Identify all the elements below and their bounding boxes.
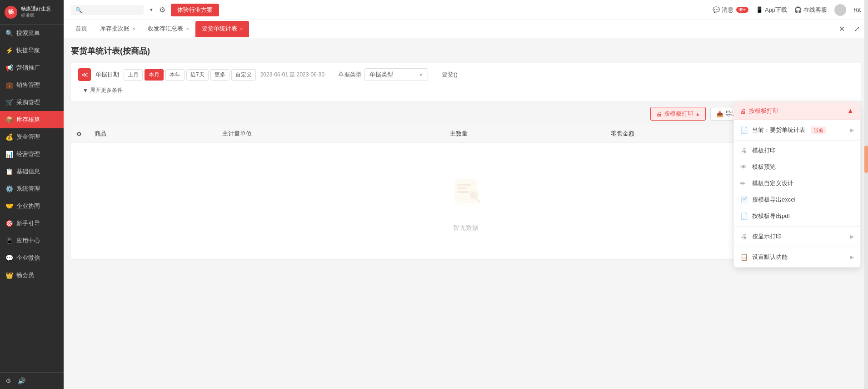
pencil-icon: ✏ xyxy=(740,180,748,187)
sidebar-guide-label: 新手引导 xyxy=(16,219,40,227)
dropdown-template-preview[interactable]: 👁 模板预览 xyxy=(734,159,860,175)
sidebar-item-basic[interactable]: 📋 基础信息 xyxy=(0,163,64,180)
sidebar-item-marketing[interactable]: 📢 营销推广 xyxy=(0,59,64,76)
date-custom-btn[interactable]: 自定义 xyxy=(231,69,256,81)
app-download-icon: 📱 xyxy=(756,6,763,13)
scrollbar-right[interactable] xyxy=(864,0,868,389)
experience-btn[interactable]: 体验行业方案 xyxy=(171,4,219,16)
sidebar-shortcut-label: 快捷导航 xyxy=(16,46,40,55)
col-settings[interactable]: ⚙ xyxy=(71,125,89,143)
operation-icon: 📊 xyxy=(5,151,13,158)
tab-home[interactable]: 首页 xyxy=(69,21,94,37)
dropdown-default-item[interactable]: 📋 设置默认功能 ▶ xyxy=(734,249,860,265)
topbar-dropdown-icon[interactable]: ▼ xyxy=(149,7,154,12)
dropdown-current-item[interactable]: 📄 当前：要货单统计表 当前 ▶ xyxy=(734,122,860,138)
dropdown-display-print[interactable]: 🖨 按显示打印 ▶ xyxy=(734,228,860,245)
sound-bottom-icon[interactable]: 🔊 xyxy=(18,377,25,384)
eye-icon: 👁 xyxy=(740,163,748,171)
dropdown-title: 按模板打印 xyxy=(749,107,778,115)
dropdown-template-print[interactable]: 🖨 模板打印 xyxy=(734,142,860,159)
dropdown-template-design[interactable]: ✏ 模板自定义设计 xyxy=(734,175,860,192)
sidebar-item-wechat[interactable]: 💬 企业微信 xyxy=(0,249,64,267)
message-item[interactable]: 💬 消息 99+ xyxy=(713,6,748,14)
print-dropdown-popup: 🖨 按模板打印 ▲ 📄 当前：要货单统计表 当前 ▶ xyxy=(733,102,861,268)
date-year-btn[interactable]: 本年 xyxy=(165,69,185,81)
expand-more-btn[interactable]: ▼ 展开更多条件 xyxy=(78,85,853,96)
sidebar-item-shortcut[interactable]: ⚡ 快捷导航 xyxy=(0,42,64,59)
sidebar-basic-label: 基础信息 xyxy=(16,167,40,176)
close-tab-btn[interactable]: ✕ xyxy=(836,24,848,34)
sidebar-item-finance[interactable]: 💰 资金管理 xyxy=(0,128,64,146)
svg-point-6 xyxy=(470,192,477,199)
tab-order-stats[interactable]: 要货单统计表 × xyxy=(195,21,249,37)
date-prev-btn[interactable]: 上月 xyxy=(124,69,143,81)
sidebar-item-apps[interactable]: 📱 应用中心 xyxy=(0,232,64,249)
sales-icon: 💼 xyxy=(5,81,13,89)
sidebar-purchase-label: 采购管理 xyxy=(16,98,40,106)
dropdown-section-items: 🖨 模板打印 👁 模板预览 ✏ 模板自定义设计 📄 按模板导出excel 📄 xyxy=(734,141,860,227)
settings-bottom-icon[interactable]: ⚙ xyxy=(5,377,11,384)
dropdown-display-print-label: 按显示打印 xyxy=(752,232,782,241)
sidebar-item-sales[interactable]: 💼 销售管理 xyxy=(0,76,64,94)
app-version: 标准版 xyxy=(21,12,51,19)
marketing-icon: 📢 xyxy=(5,64,13,71)
sidebar-item-member[interactable]: 👑 畅会员 xyxy=(0,267,64,284)
date-current-btn[interactable]: 本月 xyxy=(145,69,164,81)
date-more-btn[interactable]: 更多 xyxy=(210,69,229,81)
sidebar-item-purchase[interactable]: 🛒 采购管理 xyxy=(0,94,64,111)
app-download-label: App下载 xyxy=(765,6,787,14)
sidebar-item-operation[interactable]: 📊 经营管理 xyxy=(0,146,64,163)
dropdown-print-icon: 🖨 xyxy=(740,108,746,115)
dropdown-export-excel-label: 按模板导出excel xyxy=(752,196,795,204)
wechat-icon: 💬 xyxy=(5,254,13,262)
topbar: 🔍 ▼ ⚙ 体验行业方案 💬 消息 99+ 📱 App下载 🎧 在线客服 Rit xyxy=(64,0,868,20)
filter-card: ≪ 单据日期 上月 本月 本年 近7天 更多 自定义 2023-06-01 至 … xyxy=(71,63,861,101)
default-arrow-icon: ▶ xyxy=(850,254,854,260)
dropdown-export-pdf[interactable]: 📄 按模板导出pdf xyxy=(734,208,860,224)
topbar-gear-icon[interactable]: ⚙ xyxy=(159,5,165,14)
tab-inventory-batch[interactable]: 库存批次账 × xyxy=(94,21,141,37)
tabs-actions: ✕ ⤢ xyxy=(836,24,863,34)
sidebar-nav: 🔍 搜索菜单 ⚡ 快捷导航 📢 营销推广 💼 销售管理 🛒 采购管理 📦 库存核… xyxy=(0,25,64,372)
sidebar-item-collab[interactable]: 🤝 企业协同 xyxy=(0,197,64,215)
svg-rect-3 xyxy=(457,187,467,189)
print-template-btn[interactable]: 🖨 按模板打印 ▲ xyxy=(650,107,706,121)
empty-icon xyxy=(445,170,486,218)
date-range-label: 2023-06-01 至 2023-06-30 xyxy=(260,71,324,79)
app-logo-icon: 畅 xyxy=(5,6,17,19)
type-select[interactable]: 单据类型 ▼ xyxy=(364,68,428,81)
dropdown-template-design-label: 模板自定义设计 xyxy=(752,179,793,187)
svg-rect-2 xyxy=(457,184,471,186)
print-arrow-icon: ▲ xyxy=(695,111,700,116)
sidebar-item-guide[interactable]: 🎯 新手引导 xyxy=(0,215,64,232)
tab-order-stats-close[interactable]: × xyxy=(240,26,243,31)
tab-inventory-batch-close[interactable]: × xyxy=(132,26,135,31)
dropdown-export-excel[interactable]: 📄 按模板导出excel xyxy=(734,192,860,208)
app-download-item[interactable]: 📱 App下载 xyxy=(756,6,787,14)
pdf-icon: 📄 xyxy=(740,212,748,220)
topbar-search[interactable]: 🔍 xyxy=(71,5,144,15)
sidebar-item-search[interactable]: 🔍 搜索菜单 xyxy=(0,25,64,42)
online-service-item[interactable]: 🎧 在线客服 xyxy=(794,6,827,14)
maximize-tab-btn[interactable]: ⤢ xyxy=(851,24,863,34)
search-icon: 🔍 xyxy=(5,30,13,37)
type-select-arrow: ▼ xyxy=(419,72,423,77)
sidebar-bottom: ⚙ 🔊 xyxy=(0,372,64,389)
sidebar-item-system[interactable]: ⚙️ 系统管理 xyxy=(0,180,64,197)
avatar[interactable] xyxy=(834,4,846,16)
tab-receipt-summary-close[interactable]: × xyxy=(186,26,189,31)
dropdown-close-btn[interactable]: ▲ xyxy=(847,107,854,115)
date-week7-btn[interactable]: 近7天 xyxy=(186,69,209,81)
tab-order-stats-label: 要货单统计表 xyxy=(202,25,237,33)
finance-icon: 💰 xyxy=(5,133,13,141)
tab-receipt-summary[interactable]: 收发存汇总表 × xyxy=(141,21,195,37)
tab-receipt-summary-label: 收发存汇总表 xyxy=(148,25,183,33)
col-goods: 商品 xyxy=(89,125,217,143)
scrollbar-thumb[interactable] xyxy=(864,146,868,173)
apps-icon: 📱 xyxy=(5,237,13,244)
sidebar-item-inventory[interactable]: 📦 库存核算 xyxy=(0,111,64,128)
filter-toggle-btn[interactable]: ≪ xyxy=(78,68,91,81)
col-qty: 主数量 xyxy=(444,125,605,143)
purchase-icon: 🛒 xyxy=(5,99,13,106)
export-icon: 📤 xyxy=(716,111,723,117)
